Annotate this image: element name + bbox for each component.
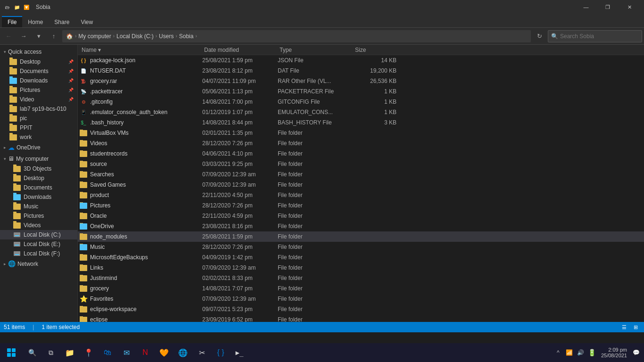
file-size: 1 KB <box>353 99 400 105</box>
start-button[interactable] <box>0 343 23 362</box>
netflix-taskbar-button[interactable]: N <box>136 343 155 362</box>
file-row[interactable]: Music 28/12/2020 7:26 pm File folder <box>78 242 644 252</box>
breadcrumb[interactable]: 🏠 › My computer › Local Disk (C:) › User… <box>62 30 531 42</box>
file-row[interactable]: 📄 NTUSER.DAT 23/08/2021 8:12 pm DAT File… <box>78 66 644 76</box>
col-header-date[interactable]: Date modified <box>202 45 278 55</box>
file-row[interactable]: Searches 07/09/2020 12:39 am File folder <box>78 169 644 180</box>
minimize-button[interactable]: — <box>575 0 597 14</box>
file-row[interactable]: Links 07/09/2020 12:39 am File folder <box>78 263 644 273</box>
file-row[interactable]: product 22/11/2020 4:50 pm File folder <box>78 190 644 200</box>
breadcrumb-localdisk[interactable]: Local Disk (C:) <box>116 33 154 40</box>
file-explorer-taskbar-button[interactable]: 📁 <box>60 343 79 362</box>
sidebar-item-lab7[interactable]: lab7 sp19-bcs-010 <box>0 104 77 114</box>
notification-icon[interactable]: 💬 <box>632 348 640 357</box>
sidebar-item-documents-mc[interactable]: Documents <box>0 183 77 192</box>
breadcrumb-mycomputer[interactable]: My computer <box>78 33 111 40</box>
refresh-button[interactable]: ↻ <box>533 30 546 43</box>
view-controls: ☰ ⊞ <box>619 322 640 332</box>
chrome-taskbar-button[interactable]: 🌐 <box>173 343 192 362</box>
file-row[interactable]: Videos 28/12/2020 7:26 pm File folder <box>78 138 644 148</box>
sidebar-item-videos-mc[interactable]: Videos <box>0 221 77 230</box>
item-count: 51 items <box>4 324 25 330</box>
sidebar-item-desktop-qa[interactable]: Desktop 📌 <box>0 57 77 66</box>
maps-taskbar-button[interactable]: 📍 <box>79 343 98 362</box>
view-details-button[interactable]: ☰ <box>619 322 629 332</box>
app10-taskbar-button[interactable]: ✂ <box>192 343 211 362</box>
sidebar-item-local-disk-e[interactable]: Local Disk (E:) <box>0 239 77 249</box>
file-row[interactable]: eclipse-workspace 09/07/2021 5:23 pm Fil… <box>78 304 644 314</box>
file-row[interactable]: 📡 .packettracer 05/06/2021 1:13 pm PACKE… <box>78 86 644 97</box>
sidebar-section-quick-access[interactable]: ▾ Quick access <box>0 47 77 57</box>
forward-button[interactable]: → <box>17 30 30 43</box>
file-row[interactable]: ⚙ .gitconfig 14/08/2021 7:00 pm GITCONFI… <box>78 97 644 107</box>
file-row[interactable]: source 03/03/2021 9:25 pm File folder <box>78 159 644 169</box>
file-name: source <box>90 161 107 167</box>
clock[interactable]: 2:09 pm 25/08/2021 <box>599 347 629 358</box>
file-row[interactable]: Oracle 22/11/2020 4:59 pm File folder <box>78 211 644 221</box>
file-row[interactable]: 📱 .emulator_console_auth_token 01/12/201… <box>78 107 644 117</box>
close-button[interactable]: ✕ <box>619 0 640 14</box>
col-header-size[interactable]: Size <box>353 45 400 55</box>
breadcrumb-sobia[interactable]: Sobia <box>179 33 194 40</box>
vscode-taskbar-button[interactable]: { } <box>211 343 230 362</box>
sidebar-item-downloads-qa[interactable]: Downloads 📌 <box>0 76 77 85</box>
tab-view[interactable]: View <box>75 16 99 27</box>
file-row[interactable]: { } package-lock.json 25/08/2021 1:59 pm… <box>78 55 644 66</box>
tab-share[interactable]: Share <box>49 16 75 27</box>
terminal-taskbar-button[interactable]: ▶_ <box>230 343 249 362</box>
battery-tray-icon[interactable]: 🔋 <box>588 348 596 357</box>
file-row[interactable]: grocery 14/08/2021 7:07 pm File folder <box>78 283 644 294</box>
tab-home[interactable]: Home <box>22 16 49 27</box>
mail-taskbar-button[interactable]: ✉ <box>117 343 136 362</box>
sidebar-item-pictures-qa[interactable]: Pictures 📌 <box>0 85 77 95</box>
selected-count: 1 item selected <box>41 324 80 330</box>
file-name-cell: eclipse-workspace <box>80 306 202 313</box>
sidebar-item-pictures-mc[interactable]: Pictures <box>0 211 77 221</box>
sidebar-section-mycomputer[interactable]: ▾ 🖥 My computer <box>0 153 77 164</box>
back-button[interactable]: ← <box>2 30 15 43</box>
file-row[interactable]: 🗜 grocery.rar 04/07/2021 11:09 pm RAR Ot… <box>78 76 644 86</box>
tray-chevron-icon[interactable]: ^ <box>554 348 562 357</box>
file-row[interactable]: OneDrive 23/08/2021 8:16 pm File folder <box>78 221 644 231</box>
recent-locations-button[interactable]: ▾ <box>32 30 45 43</box>
file-row[interactable]: Justinmind 02/02/2021 8:33 pm File folde… <box>78 273 644 283</box>
sidebar-item-downloads-mc[interactable]: Downloads <box>0 192 77 202</box>
search-taskbar-button[interactable]: 🔍 <box>23 343 41 362</box>
maximize-button[interactable]: ❐ <box>597 0 619 14</box>
sidebar-item-local-disk-c[interactable]: Local Disk (C:) <box>0 230 77 239</box>
sidebar-item-work[interactable]: work <box>0 132 77 142</box>
volume-tray-icon[interactable]: 🔊 <box>577 348 585 357</box>
sidebar-item-video-qa[interactable]: Video 📌 <box>0 95 77 104</box>
file-row[interactable]: eclipse 23/09/2019 6:52 pm File folder <box>78 314 644 322</box>
sidebar-item-3d-objects[interactable]: 3D Objects <box>0 164 77 173</box>
file-row[interactable]: Saved Games 07/09/2020 12:39 am File fol… <box>78 180 644 190</box>
sidebar-item-desktop-mc[interactable]: Desktop <box>0 173 77 183</box>
search-input[interactable] <box>560 33 639 40</box>
up-button[interactable]: ↑ <box>47 30 60 43</box>
network-tray-icon[interactable]: 📶 <box>565 348 574 357</box>
sidebar-section-network[interactable]: ▸ 🌐 Network <box>0 258 77 269</box>
view-tiles-button[interactable]: ⊞ <box>631 322 640 332</box>
col-header-type[interactable]: Type <box>278 45 353 55</box>
sidebar-item-documents-qa[interactable]: Documents 📌 <box>0 66 77 76</box>
file-row[interactable]: ⭐ Favorites 07/09/2020 12:39 am File fol… <box>78 294 644 304</box>
col-header-name[interactable]: Name ▾ <box>80 45 202 55</box>
tab-file[interactable]: File <box>2 16 22 27</box>
file-row[interactable]: $_ .bash_history 14/08/2021 8:44 pm BASH… <box>78 117 644 128</box>
sidebar-section-onedrive[interactable]: ▸ ☁ OneDrive <box>0 142 77 153</box>
app8-taskbar-button[interactable]: 🧡 <box>155 343 173 362</box>
sidebar-item-pic[interactable]: pic <box>0 114 77 123</box>
store-taskbar-button[interactable]: 🛍 <box>98 343 117 362</box>
file-row[interactable]: Pictures 28/12/2020 7:26 pm File folder <box>78 200 644 211</box>
breadcrumb-users[interactable]: Users <box>159 33 173 40</box>
file-row[interactable]: VirtualBox VMs 02/01/2021 1:35 pm File f… <box>78 128 644 138</box>
sidebar-item-ppit[interactable]: PPIT <box>0 123 77 132</box>
sidebar-item-local-disk-f[interactable]: Local Disk (F:) <box>0 249 77 258</box>
file-row[interactable]: MicrosoftEdgeBackups 04/09/2019 1:42 pm … <box>78 252 644 263</box>
sidebar-item-music-mc[interactable]: Music <box>0 202 77 211</box>
task-view-button[interactable]: ⧉ <box>41 343 60 362</box>
file-row[interactable]: studentrecords 04/06/2021 4:10 pm File f… <box>78 148 644 159</box>
folder-icon <box>9 115 17 122</box>
file-row[interactable]: node_modules 25/08/2021 1:59 pm File fol… <box>78 231 644 242</box>
search-box[interactable]: 🔍 <box>548 30 642 42</box>
